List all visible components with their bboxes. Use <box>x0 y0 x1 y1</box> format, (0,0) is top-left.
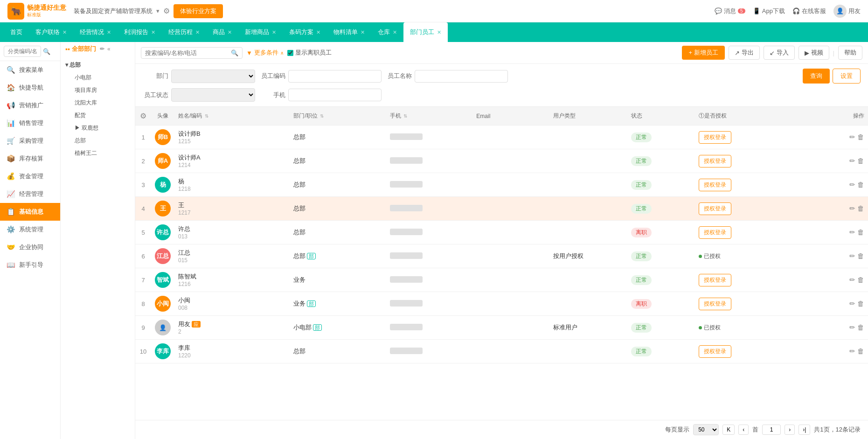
edit-button[interactable]: ✏ <box>849 133 855 141</box>
filter-dept-select[interactable] <box>171 70 255 83</box>
auth-login-button[interactable]: 授权登录 <box>699 345 731 358</box>
tab-goods[interactable]: 商品 ✕ <box>206 22 238 42</box>
tab-close-icon[interactable]: ✕ <box>62 29 67 35</box>
sidebar-item-manage[interactable]: 📈经营管理 <box>0 185 60 203</box>
dept-node-project[interactable]: 项目库房 <box>65 84 135 97</box>
edit-button[interactable]: ✏ <box>849 181 855 188</box>
sidebar-item-nav[interactable]: 🏠快捷导航 <box>0 79 60 97</box>
delete-button[interactable]: 🗑 <box>857 228 864 236</box>
prev-page-button[interactable]: ‹ <box>738 425 749 435</box>
tab-close-icon[interactable]: ✕ <box>151 29 155 35</box>
msg-button[interactable]: 💬 消息 5 <box>715 7 745 15</box>
dropdown-arrow-icon[interactable]: ▾ <box>156 7 160 14</box>
auth-login-button[interactable]: 授权登录 <box>699 202 731 215</box>
auth-login-button[interactable]: 授权登录 <box>699 226 731 239</box>
sidebar-item-guide[interactable]: 📖新手引导 <box>0 256 60 274</box>
auth-login-button[interactable]: 授权登录 <box>699 274 731 286</box>
dept-node-zongbu[interactable]: 总部 <box>65 134 135 147</box>
first-page-button[interactable]: K <box>722 425 735 435</box>
tab-profit[interactable]: 利润报告 ✕ <box>118 22 162 42</box>
col-header-phone[interactable]: 手机 ⇅ <box>386 107 473 125</box>
sidebar-item-inventory[interactable]: 📦库存核算 <box>0 150 60 167</box>
tab-close-icon[interactable]: ✕ <box>195 29 200 35</box>
export-button[interactable]: ↗ 导出 <box>729 46 760 60</box>
per-page-select[interactable]: 50 20 100 <box>693 424 719 435</box>
dept-node-distribution[interactable]: 配货 <box>65 109 135 122</box>
video-button[interactable]: ▶ 视频 <box>799 46 829 60</box>
tab-employees[interactable]: 部门员工 ✕ <box>403 22 448 42</box>
delete-button[interactable]: 🗑 <box>857 347 864 355</box>
add-employee-button[interactable]: + 新增员工 <box>682 46 724 60</box>
service-button[interactable]: 🎧 在线客服 <box>792 7 826 15</box>
dept-node-zhishu[interactable]: 植树王二 <box>65 147 135 160</box>
last-page-button[interactable]: ›| <box>799 425 810 435</box>
auth-login-button[interactable]: 授权登录 <box>699 179 731 191</box>
gear-topbar-icon[interactable]: ⚙ <box>163 7 170 15</box>
filter-status-select[interactable] <box>171 88 255 102</box>
more-filter-button[interactable]: ▼ 更多条件 ∧ <box>246 49 284 57</box>
sidebar-item-finance[interactable]: 💰资金管理 <box>0 167 60 185</box>
sidebar-item-search[interactable]: 🔍搜索菜单 <box>0 61 60 79</box>
sidebar-item-system[interactable]: ⚙️系统管理 <box>0 221 60 238</box>
edit-button[interactable]: ✏ <box>849 252 855 260</box>
tab-bom[interactable]: 物料清单 ✕ <box>327 22 371 42</box>
delete-button[interactable]: 🗑 <box>857 276 864 284</box>
dept-node-root[interactable]: ▾ 总部 <box>61 59 135 71</box>
tab-home[interactable]: 首页 <box>4 22 29 42</box>
auth-login-button[interactable]: 授权登录 <box>699 298 731 310</box>
delete-button[interactable]: 🗑 <box>857 133 864 141</box>
sidebar-item-marketing[interactable]: 📢营销推广 <box>0 97 60 114</box>
tab-operation[interactable]: 经营情况 ✕ <box>73 22 118 42</box>
edit-button[interactable]: ✏ <box>849 228 855 236</box>
delete-button[interactable]: 🗑 <box>857 300 864 307</box>
edit-button[interactable]: ✏ <box>849 300 855 307</box>
edit-button[interactable]: ✏ <box>849 276 855 284</box>
tab-close-icon[interactable]: ✕ <box>437 29 441 35</box>
tab-close-icon[interactable]: ✕ <box>228 29 232 35</box>
sidebar-item-purchase[interactable]: 🛒采购管理 <box>0 132 60 150</box>
page-number-input[interactable] <box>762 425 781 435</box>
col-settings-icon[interactable]: ⚙ <box>140 112 146 120</box>
edit-button[interactable]: ✏ <box>849 204 855 212</box>
filter-empcode-input[interactable] <box>288 70 382 83</box>
tab-warehouse[interactable]: 仓库 ✕ <box>371 22 403 42</box>
sidebar-item-collab[interactable]: 🤝企业协同 <box>0 238 60 256</box>
dept-edit-icon[interactable]: ✏ <box>100 46 104 52</box>
delete-button[interactable]: 🗑 <box>857 157 864 165</box>
show-resign-label[interactable]: 显示离职员工 <box>287 49 332 57</box>
col-header-name[interactable]: 姓名/编码 ⇅ <box>174 107 290 125</box>
edit-button[interactable]: ✏ <box>849 323 855 331</box>
show-resign-checkbox[interactable] <box>287 50 293 56</box>
dept-node-shuangluxiang[interactable]: ▶ 双鹿想 <box>65 122 135 134</box>
sidebar-search-input[interactable] <box>4 46 41 57</box>
import-button[interactable]: ↙ 导入 <box>764 46 795 60</box>
sidebar-item-basic[interactable]: 📋基础信息 <box>0 203 60 221</box>
dept-node-shenyang[interactable]: 沈阳大库 <box>65 97 135 109</box>
set-button[interactable]: 设置 <box>833 69 861 84</box>
delete-button[interactable]: 🗑 <box>857 181 864 188</box>
edit-button[interactable]: ✏ <box>849 347 855 355</box>
app-download-button[interactable]: 📱 App下载 <box>753 7 785 15</box>
edit-button[interactable]: ✏ <box>849 157 855 165</box>
dept-collapse-icon[interactable]: « <box>107 46 111 52</box>
trial-button[interactable]: 体验行业方案 <box>174 4 223 18</box>
filter-empname-input[interactable] <box>415 70 508 83</box>
delete-button[interactable]: 🗑 <box>857 252 864 260</box>
sidebar-search-icon[interactable]: 🔍 <box>43 48 50 55</box>
filter-phone-input[interactable] <box>288 89 382 101</box>
delete-button[interactable]: 🗑 <box>857 323 864 331</box>
query-button[interactable]: 查询 <box>803 69 830 84</box>
auth-login-button[interactable]: 授权登录 <box>699 131 731 144</box>
tab-close-icon[interactable]: ✕ <box>107 29 111 35</box>
toolbar-search-icon[interactable]: 🔍 <box>231 49 238 56</box>
dept-node-xiaodian[interactable]: 小电部 <box>65 71 135 84</box>
tab-customer[interactable]: 客户联络 ✕ <box>29 22 73 42</box>
toolbar-search-input[interactable] <box>145 49 229 56</box>
tab-barcode[interactable]: 条码方案 ✕ <box>283 22 327 42</box>
tab-close-icon[interactable]: ✕ <box>272 29 276 35</box>
auth-login-button[interactable]: 授权登录 <box>699 155 731 167</box>
tab-close-icon[interactable]: ✕ <box>361 29 365 35</box>
sidebar-item-sales[interactable]: 📊销售管理 <box>0 114 60 132</box>
help-button[interactable]: 帮助 <box>838 46 862 60</box>
tab-close-icon[interactable]: ✕ <box>316 29 320 35</box>
